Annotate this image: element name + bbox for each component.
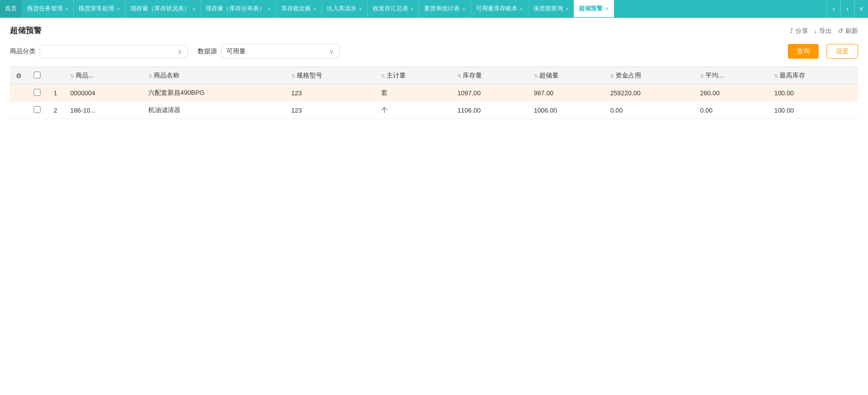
nav-item-4[interactable]: 现存量（库存分布表） × <box>201 0 276 18</box>
sort-icon-9: ⇅ <box>774 73 780 79</box>
nav-label-6: 出入库流水 <box>327 4 356 13</box>
nav-item-5[interactable]: 库存批次账 × <box>276 0 322 18</box>
row-checkbox-1[interactable] <box>34 106 41 113</box>
query-button[interactable]: 查询 <box>788 44 819 59</box>
nav-close-2[interactable]: × <box>117 6 120 12</box>
table-body: 1 0000004 六配套新昌490BPG 123 套 1097.00 997.… <box>10 84 858 119</box>
nav-label-4: 现存量（库存分布表） <box>206 4 265 13</box>
nav-item-active[interactable]: 超储预警 × <box>574 0 613 18</box>
column-unit[interactable]: ⇅ 主计量 <box>375 67 452 84</box>
sort-icon-3: ⇅ <box>291 73 297 79</box>
row-checkbox-0[interactable] <box>34 89 41 96</box>
nav-item-7[interactable]: 收发存汇总表 × <box>368 0 419 18</box>
column-rownum <box>46 67 64 84</box>
refresh-button[interactable]: ↺ 刷新 <box>838 27 858 36</box>
column-settings[interactable]: ⚙ <box>10 67 28 84</box>
sort-icon-2: ⇅ <box>148 73 154 79</box>
datasource-select[interactable]: 可用量 ∨ <box>221 44 340 59</box>
cell-spec: 123 <box>285 84 375 102</box>
nav-close-6[interactable]: × <box>359 6 362 12</box>
cell-settings <box>10 84 28 102</box>
cell-unit: 个 <box>375 102 452 119</box>
cell-settings <box>10 102 28 119</box>
settings-button[interactable]: 设置 <box>826 44 858 59</box>
share-icon: ⤴ <box>790 27 793 35</box>
sort-icon-4: ⇅ <box>381 73 387 79</box>
nav-label-7: 收发存汇总表 <box>373 4 408 13</box>
cell-product-name: 机油滤清器 <box>142 102 285 119</box>
column-stock[interactable]: ⇅ 库存量 <box>451 67 528 84</box>
nav-close-7[interactable]: × <box>411 6 414 12</box>
nav-arrow-close[interactable]: × <box>854 0 868 18</box>
nav-close-1[interactable]: × <box>65 6 68 12</box>
nav-close-3[interactable]: × <box>192 6 195 12</box>
column-checkbox <box>28 67 46 84</box>
export-button[interactable]: ↓ 导出 <box>814 27 832 36</box>
category-filter: 商品分类 ∨ <box>10 45 188 58</box>
cell-product-code: 0000004 <box>64 84 142 102</box>
table-header-row: ⚙ ⇅ 商品... ⇅ 商品名称 ⇅ 规格型号 ⇅ <box>10 67 858 84</box>
column-spec[interactable]: ⇅ 规格型号 <box>285 67 375 84</box>
nav-close-9[interactable]: × <box>520 6 523 12</box>
cell-checkbox[interactable] <box>28 102 46 119</box>
category-select[interactable]: ∨ <box>40 45 188 58</box>
top-navigation: 首页 拣货任务管理 × 拣货异常处理 × 现存量（库存状况表） × 现存量（库存… <box>0 0 868 18</box>
cell-over-stock: 1006.00 <box>528 102 605 119</box>
nav-item-9[interactable]: 可用量库存账本 × <box>471 0 528 18</box>
column-max-stock[interactable]: ⇅ 最高库存 <box>768 67 858 84</box>
nav-label-5: 库存批次账 <box>281 4 311 13</box>
column-capital[interactable]: ⇅ 资金占用 <box>604 67 694 84</box>
category-label: 商品分类 <box>10 47 36 56</box>
nav-item-8[interactable]: 要货单统计表 × <box>419 0 471 18</box>
nav-label-active: 超储预警 <box>579 4 603 13</box>
nav-label-3: 现存量（库存状况表） <box>130 4 190 13</box>
nav-item-10[interactable]: 保质期查询 × <box>528 0 574 18</box>
refresh-icon: ↺ <box>838 27 843 35</box>
nav-item-home[interactable]: 首页 <box>0 0 22 18</box>
nav-item-3[interactable]: 现存量（库存状况表） × <box>126 0 201 18</box>
select-all-checkbox[interactable] <box>34 72 41 79</box>
cell-rownum: 1 <box>46 84 64 102</box>
cell-over-stock: 997.00 <box>528 84 605 102</box>
chevron-down-icon-2: ∨ <box>329 48 334 55</box>
cell-avg: 260.00 <box>694 84 768 102</box>
nav-close-5[interactable]: × <box>313 6 316 12</box>
cell-avg: 0.00 <box>694 102 768 119</box>
nav-arrow-right[interactable]: › <box>840 0 854 18</box>
cell-unit: 套 <box>375 84 452 102</box>
cell-product-code: 186-10... <box>64 102 142 119</box>
nav-arrow-left[interactable]: ‹ <box>826 0 840 18</box>
nav-close-active[interactable]: × <box>605 6 608 12</box>
column-product-code[interactable]: ⇅ 商品... <box>64 67 142 84</box>
share-button[interactable]: ⤴ 分享 <box>790 27 808 36</box>
filter-actions: 查询 设置 <box>788 44 858 59</box>
nav-item-1[interactable]: 拣货任务管理 × <box>22 0 74 18</box>
sort-icon-5: ⇅ <box>457 73 463 79</box>
cell-rownum: 2 <box>46 102 64 119</box>
nav-label-10: 保质期查询 <box>533 4 563 13</box>
cell-capital: 0.00 <box>604 102 694 119</box>
cell-stock: 1097.00 <box>451 84 528 102</box>
page-title-row: 超储预警 ⤴ 分享 ↓ 导出 ↺ 刷新 <box>10 26 858 36</box>
datasource-label: 数据源 <box>198 47 217 56</box>
nav-close-8[interactable]: × <box>462 6 465 12</box>
cell-checkbox[interactable] <box>28 84 46 102</box>
nav-close-4[interactable]: × <box>267 6 270 12</box>
column-over-stock[interactable]: ⇅ 超储量 <box>528 67 605 84</box>
nav-label-9: 可用量库存账本 <box>476 4 518 13</box>
cell-max-stock: 100.00 <box>768 84 858 102</box>
nav-label-home: 首页 <box>5 4 17 13</box>
nav-close-10[interactable]: × <box>565 6 568 12</box>
table-row: 1 0000004 六配套新昌490BPG 123 套 1097.00 997.… <box>10 84 858 102</box>
column-avg[interactable]: ⇅ 平均... <box>694 67 768 84</box>
nav-item-2[interactable]: 拣货异常处理 × <box>74 0 125 18</box>
export-icon: ↓ <box>814 27 818 35</box>
nav-label-2: 拣货异常处理 <box>79 4 114 13</box>
column-product-name[interactable]: ⇅ 商品名称 <box>142 67 285 84</box>
page-actions: ⤴ 分享 ↓ 导出 ↺ 刷新 <box>790 27 859 36</box>
refresh-label: 刷新 <box>845 27 858 36</box>
nav-item-6[interactable]: 出入库流水 × <box>322 0 367 18</box>
data-table: ⚙ ⇅ 商品... ⇅ 商品名称 ⇅ 规格型号 ⇅ <box>10 67 858 119</box>
cell-max-stock: 100.00 <box>768 102 858 119</box>
share-label: 分享 <box>795 27 808 36</box>
